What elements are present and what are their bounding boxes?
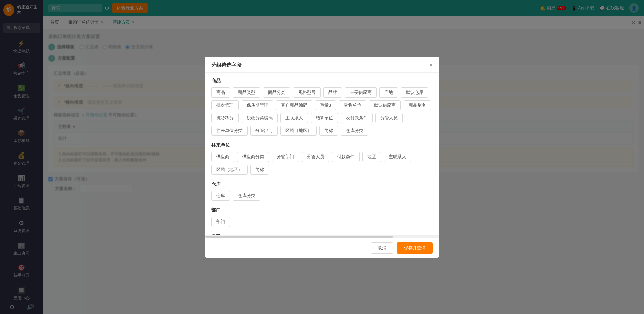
field-tag-主联系人[interactable]: 主联系人	[280, 113, 308, 123]
field-tag-分管人员[interactable]: 分管人员	[302, 152, 329, 162]
field-tag-零售单位[interactable]: 零售单位	[339, 100, 366, 110]
field-tag-产地[interactable]: 产地	[379, 87, 398, 98]
modal-header: 分组待选字段 ×	[205, 57, 439, 73]
field-group-title-商品: 商品	[211, 78, 433, 84]
save-query-button[interactable]: 保存并查询	[397, 242, 433, 254]
field-tag-默认供应商[interactable]: 默认供应商	[369, 100, 401, 110]
field-tags-往来单位: 供应商供应商分类分管部门分管人员付款条件地区主联系人区域（地区）简称	[211, 152, 433, 175]
field-tag-仓库[interactable]: 仓库	[211, 191, 230, 201]
modal-overlay: 分组待选字段 × 商品商品商品类型商品分类规格型号品牌主要供应商产地默认仓库批次…	[0, 0, 644, 314]
field-tag-付款条件[interactable]: 付款条件	[332, 152, 360, 162]
field-tag-默认仓库[interactable]: 默认仓库	[401, 87, 428, 98]
field-tag-商品[interactable]: 商品	[211, 87, 230, 98]
field-tags-商品: 商品商品类型商品分类规格型号品牌主要供应商产地默认仓库批次管理保质期管理客户商品…	[211, 87, 433, 136]
modal-close-button[interactable]: ×	[429, 62, 433, 68]
field-tag-供应商分类[interactable]: 供应商分类	[237, 152, 269, 162]
field-group-title-部门: 部门	[211, 207, 433, 213]
field-tag-仓库分类[interactable]: 仓库分类	[341, 126, 368, 136]
modal-body: 商品商品商品类型商品分类规格型号品牌主要供应商产地默认仓库批次管理保质期管理客户…	[205, 73, 439, 235]
field-group-仓库: 仓库仓库仓库分类	[211, 181, 433, 201]
field-tag-结算单位[interactable]: 结算单位	[311, 113, 338, 123]
field-tag-保质期管理[interactable]: 保质期管理	[241, 100, 273, 110]
field-tag-主要供应商[interactable]: 主要供应商	[345, 87, 377, 98]
field-tag-供应商[interactable]: 供应商	[211, 152, 234, 162]
field-group-部门: 部门部门	[211, 207, 433, 227]
field-tag-分管部门[interactable]: 分管部门	[250, 126, 278, 136]
field-tag-分管部门[interactable]: 分管部门	[272, 152, 299, 162]
field-group-商品: 商品商品商品类型商品分类规格型号品牌主要供应商产地默认仓库批次管理保质期管理客户…	[211, 78, 433, 136]
field-tag-商品类型[interactable]: 商品类型	[233, 87, 260, 98]
field-group-往来单位: 往来单位供应商供应商分类分管部门分管人员付款条件地区主联系人区域（地区）简称	[211, 142, 433, 175]
modal-title: 分组待选字段	[211, 62, 241, 68]
field-tag-分管人员[interactable]: 分管人员	[375, 113, 403, 123]
field-group-title-仓库: 仓库	[211, 181, 433, 187]
field-tag-仓库分类[interactable]: 仓库分类	[233, 191, 260, 201]
field-tag-简称[interactable]: 简称	[319, 126, 338, 136]
field-tags-部门: 部门	[211, 217, 433, 227]
field-tag-税收分类编码[interactable]: 税收分类编码	[241, 113, 278, 123]
field-tag-商品分类[interactable]: 商品分类	[263, 87, 290, 98]
field-tag-主联系人[interactable]: 主联系人	[384, 152, 411, 162]
field-tag-品牌[interactable]: 品牌	[323, 87, 342, 98]
field-tag-往来单位分类[interactable]: 往来单位分类	[211, 126, 248, 136]
cancel-button[interactable]: 取消	[371, 242, 393, 254]
field-tag-客户商品编码[interactable]: 客户商品编码	[276, 100, 312, 110]
field-tag-地区[interactable]: 地区	[362, 152, 381, 162]
field-tag-规格型号[interactable]: 规格型号	[293, 87, 321, 98]
field-tag-商品别名[interactable]: 商品别名	[404, 100, 431, 110]
field-tag-重量3[interactable]: 重量3	[315, 100, 336, 110]
field-tag-部门[interactable]: 部门	[211, 217, 230, 227]
field-tag-收付款条件[interactable]: 收付款条件	[341, 113, 373, 123]
field-tag-拣货积分[interactable]: 拣货积分	[211, 113, 239, 123]
field-tag-区域（地区）[interactable]: 区域（地区）	[211, 165, 248, 175]
modal-footer: 取消 保存并查询	[205, 238, 439, 258]
modal-dialog: 分组待选字段 × 商品商品商品类型商品分类规格型号品牌主要供应商产地默认仓库批次…	[205, 57, 439, 258]
field-tag-简称[interactable]: 简称	[250, 165, 269, 175]
field-tags-仓库: 仓库仓库分类	[211, 191, 433, 201]
field-tag-区域（地区）[interactable]: 区域（地区）	[280, 126, 317, 136]
field-group-title-往来单位: 往来单位	[211, 142, 433, 148]
modal-scroll-thumb[interactable]	[205, 236, 393, 238]
modal-horizontal-scrollbar[interactable]	[205, 235, 439, 238]
field-tag-批次管理[interactable]: 批次管理	[211, 100, 239, 110]
